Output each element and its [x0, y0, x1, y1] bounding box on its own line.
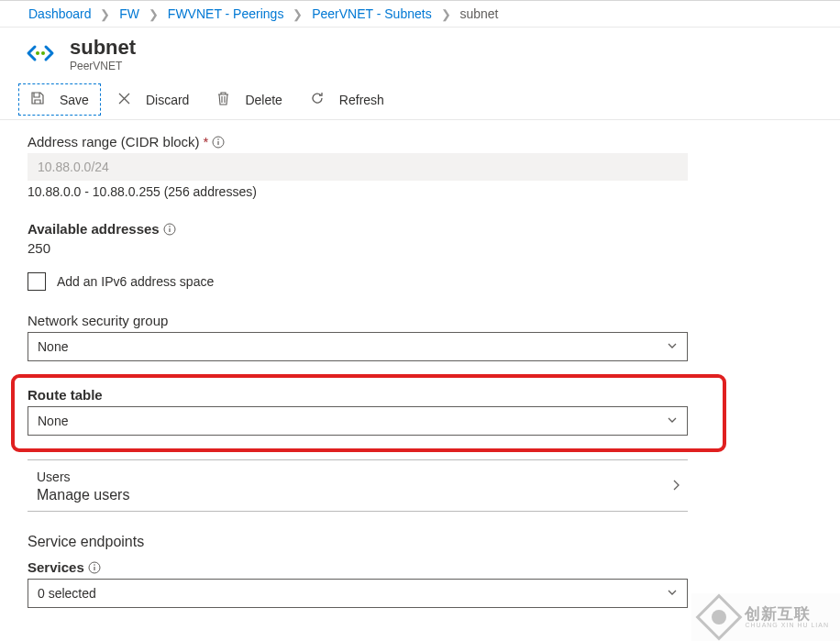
- page-subtitle: PeerVNET: [70, 60, 136, 72]
- watermark-logo-icon: [696, 594, 743, 641]
- svg-point-9: [94, 564, 95, 566]
- svg-point-0: [36, 51, 39, 55]
- breadcrumb-current: subnet: [459, 6, 498, 21]
- info-icon[interactable]: [88, 561, 101, 574]
- delete-button[interactable]: Delete: [205, 84, 293, 115]
- chevron-down-icon: [667, 586, 678, 601]
- chevron-right-icon: ❯: [149, 7, 159, 21]
- breadcrumb: Dashboard ❯ FW ❯ FWVNET - Peerings ❯ Pee…: [0, 1, 840, 28]
- svg-point-1: [41, 51, 45, 55]
- available-addresses-label: Available addresses: [28, 221, 812, 237]
- chevron-right-icon: [669, 479, 682, 494]
- chevron-right-icon: ❯: [100, 7, 110, 21]
- delete-icon: [216, 91, 238, 108]
- address-range-help: 10.88.0.0 - 10.88.0.255 (256 addresses): [28, 184, 812, 199]
- route-table-highlight: Route table None: [11, 374, 726, 452]
- nsg-select[interactable]: None: [28, 332, 688, 361]
- chevron-down-icon: [667, 414, 678, 428]
- route-table-select[interactable]: None: [28, 406, 688, 436]
- discard-button[interactable]: Discard: [106, 85, 200, 115]
- chevron-down-icon: [667, 339, 678, 354]
- address-range-label: Address range (CIDR block) *: [28, 134, 812, 149]
- ipv6-checkbox[interactable]: [28, 272, 46, 291]
- subnet-icon: [24, 39, 57, 71]
- refresh-button[interactable]: Refresh: [299, 84, 395, 115]
- breadcrumb-item-fwvnet-peerings[interactable]: FWVNET - Peerings: [168, 6, 284, 21]
- available-addresses-value: 250: [28, 240, 812, 256]
- breadcrumb-item-dashboard[interactable]: Dashboard: [28, 6, 92, 21]
- toolbar: Save Discard Delete Refresh: [0, 80, 840, 120]
- chevron-right-icon: ❯: [293, 7, 303, 21]
- nsg-label: Network security group: [28, 313, 812, 328]
- save-button[interactable]: Save: [18, 83, 101, 116]
- breadcrumb-item-peervnet-subnets[interactable]: PeerVNET - Subnets: [312, 6, 431, 21]
- chevron-right-icon: ❯: [441, 7, 451, 21]
- route-table-label: Route table: [28, 387, 704, 403]
- ipv6-checkbox-label: Add an IPv6 address space: [57, 274, 214, 289]
- page-title: subnet: [70, 37, 136, 59]
- svg-rect-10: [94, 567, 94, 570]
- close-icon: [117, 92, 138, 108]
- users-label: Users: [37, 470, 129, 484]
- watermark: 创新互联 CHUANG XIN HU LIAN: [691, 593, 840, 641]
- info-icon[interactable]: [163, 223, 176, 236]
- service-endpoints-label: Service endpoints: [28, 534, 812, 550]
- info-icon[interactable]: [212, 136, 225, 149]
- manage-users-link[interactable]: Manage users: [37, 487, 129, 503]
- address-range-input[interactable]: 10.88.0.0/24: [28, 153, 688, 181]
- services-select[interactable]: 0 selected: [28, 579, 688, 608]
- page-header: subnet PeerVNET: [0, 28, 840, 80]
- svg-rect-4: [218, 141, 219, 145]
- svg-rect-7: [169, 228, 170, 232]
- svg-point-6: [169, 226, 171, 227]
- breadcrumb-item-fw[interactable]: FW: [119, 6, 139, 21]
- services-label: Services: [28, 559, 812, 575]
- save-icon: [30, 91, 52, 108]
- svg-point-3: [218, 138, 220, 140]
- refresh-icon: [310, 91, 332, 108]
- users-row[interactable]: Users Manage users: [28, 459, 688, 512]
